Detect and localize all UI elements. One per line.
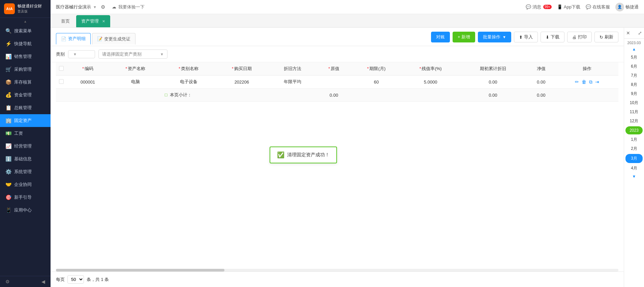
th-purchase-date: *购买日期: [215, 62, 268, 75]
header-online-service[interactable]: 💬 在线客服: [586, 4, 610, 10]
category-select[interactable]: ▼: [68, 50, 95, 58]
timeline-month-8[interactable]: 8月: [624, 80, 644, 89]
timeline-scroll-down[interactable]: ▼: [624, 173, 644, 180]
sidebar-item-payroll[interactable]: 💵 工资: [0, 127, 51, 140]
sidebar-item-purchase[interactable]: 🛒 采购管理: [0, 63, 51, 76]
td-purchase-date: 202206: [215, 75, 268, 89]
toast-message: 清理固定资产成功！: [287, 152, 330, 158]
scrollbar-track[interactable]: [56, 269, 618, 272]
sidebar-item-ledger[interactable]: 📋 总账管理: [0, 101, 51, 114]
timeline-month-4[interactable]: 4月: [624, 164, 644, 173]
timeline-month-10[interactable]: 10月: [624, 98, 644, 107]
right-panel-close-icon[interactable]: ✕: [626, 30, 630, 36]
batch-button[interactable]: 批量操作 ▼: [478, 32, 511, 42]
sub-tabs: 📄 资产明细 📝 变更生成凭证: [56, 33, 135, 44]
category-filter-label: 类别: [56, 51, 65, 57]
header-message[interactable]: 💬 消息 99+: [526, 4, 552, 10]
sidebar-scroll-up[interactable]: ▲: [0, 18, 51, 25]
th-net-value: 净值: [526, 62, 556, 75]
logo-text-wrap: 畅捷通好业财 普及版: [18, 4, 42, 14]
per-page-select[interactable]: 50: [67, 275, 84, 284]
username: 畅捷通: [625, 4, 639, 10]
copy-icon[interactable]: ⧉: [589, 79, 592, 85]
tab-home-label: 首页: [61, 18, 70, 24]
header-app-download[interactable]: 📱 App下载: [557, 4, 580, 10]
subtotal-row: □ 本页小计： 0.00 0.00 0.00: [56, 89, 618, 102]
message-badge: 99+: [543, 5, 552, 9]
batch-arrow-icon: ▼: [502, 35, 506, 39]
timeline-month-11[interactable]: 11月: [624, 107, 644, 117]
tab-asset-mgmt[interactable]: 资产管理 ✕: [76, 15, 110, 27]
filter-bar: 类别 ▼ ▼: [51, 46, 624, 62]
sub-tab-asset-detail[interactable]: 📄 资产明细: [56, 33, 91, 44]
reconcile-button[interactable]: 对账: [431, 32, 450, 42]
import-label: 导入: [524, 34, 533, 40]
timeline-month-5[interactable]: 5月: [624, 53, 644, 62]
download-button[interactable]: ⬇ 下载: [541, 32, 564, 42]
header-company[interactable]: 医疗器械行业演示 ▼: [56, 4, 97, 10]
funds-icon: 💰: [5, 92, 11, 98]
sidebar-item-sales[interactable]: 📊 销售管理: [0, 50, 51, 63]
th-original-value: *原值: [316, 62, 351, 75]
category-input-wrap[interactable]: ▼: [98, 50, 167, 59]
header-settings-icon[interactable]: ⚙: [101, 4, 105, 10]
td-net-value: 0.00: [526, 75, 556, 89]
timeline-month-9[interactable]: 9月: [624, 89, 644, 98]
sidebar-item-guide[interactable]: 🎯 新手引导: [0, 191, 51, 204]
timeline-month-7[interactable]: 7月: [624, 71, 644, 80]
timeline-scroll-up[interactable]: ▲: [624, 45, 644, 53]
th-depreciation-method: 折旧方法: [268, 62, 316, 75]
settings-bottom-icon[interactable]: ⚙: [5, 279, 10, 284]
tab-close-icon[interactable]: ✕: [102, 19, 105, 24]
header-experience[interactable]: ☁ 我要体验一下: [112, 4, 145, 10]
sidebar-item-funds[interactable]: 💰 资金管理: [0, 89, 51, 101]
sidebar-item-quick-nav[interactable]: ⚡ 快捷导航: [0, 37, 51, 50]
sidebar-item-label: 搜索菜单: [14, 28, 32, 34]
td-operations: ✏ 🗑 ⧉ ⇥: [556, 75, 618, 89]
refresh-button[interactable]: ↻ 刷新: [594, 32, 618, 42]
print-button[interactable]: 🖨 打印: [567, 32, 592, 42]
timeline-month-2[interactable]: 2月: [624, 144, 644, 153]
per-page-label: 每页: [56, 277, 65, 283]
company-dropdown-icon: ▼: [93, 5, 97, 9]
more-icon[interactable]: ⇥: [595, 79, 599, 85]
edit-icon[interactable]: ✏: [575, 79, 579, 85]
tab-home[interactable]: 首页: [56, 15, 75, 27]
collapse-icon[interactable]: ◀: [41, 279, 45, 284]
subtotal-net-value: 0.00: [526, 89, 556, 102]
subtotal-initial-accumulated: 0.00: [460, 89, 526, 102]
select-all-checkbox[interactable]: [59, 66, 64, 71]
sidebar-item-label: 资金管理: [14, 92, 32, 98]
basic-info-icon: ℹ️: [5, 156, 11, 162]
th-term: *期限(月): [351, 62, 401, 75]
sidebar-item-search[interactable]: 🔍 搜索菜单: [0, 25, 51, 37]
timeline-month-1[interactable]: 1月: [624, 135, 644, 144]
header-user[interactable]: 👤 畅捷通: [615, 3, 639, 11]
sidebar-item-fixed-assets[interactable]: 🏢 固定资产: [0, 114, 51, 127]
batch-label: 批量操作: [483, 34, 500, 40]
timeline-year-2023[interactable]: 2023: [625, 126, 643, 134]
sidebar-item-enterprise[interactable]: 🤝 企业协同: [0, 178, 51, 191]
sidebar-item-operations[interactable]: 📈 经营管理: [0, 140, 51, 153]
tab-bar: 首页 资产管理 ✕: [51, 14, 644, 28]
new-button[interactable]: + 新增: [453, 32, 475, 42]
category-input[interactable]: [102, 52, 159, 57]
subtotal-label: □ 本页小计：: [162, 89, 269, 102]
delete-icon[interactable]: 🗑: [582, 79, 586, 85]
sidebar-item-basic-info[interactable]: ℹ️ 基础信息: [0, 153, 51, 165]
company-name: 医疗器械行业演示: [56, 4, 91, 10]
right-panel-expand-icon[interactable]: ⤢: [638, 30, 642, 36]
total-label: 条，共 1 条: [87, 277, 109, 283]
timeline-month-12[interactable]: 12月: [624, 117, 644, 126]
row-checkbox[interactable]: [59, 79, 64, 84]
sub-tab-change-voucher[interactable]: 📝 变更生成凭证: [92, 33, 135, 44]
timeline-month-6[interactable]: 6月: [624, 62, 644, 71]
timeline-month-3-active[interactable]: 3月: [625, 154, 643, 163]
refresh-label: 刷新: [605, 34, 613, 40]
sidebar-item-label: 基础信息: [14, 156, 32, 162]
sidebar-item-app-center[interactable]: 📱 应用中心: [0, 204, 51, 217]
sidebar-item-inventory[interactable]: 📦 库存核算: [0, 76, 51, 89]
sidebar-item-system[interactable]: ⚙️ 系统管理: [0, 165, 51, 178]
scrollbar-thumb[interactable]: [56, 269, 224, 272]
import-button[interactable]: ⬆ 导入: [514, 32, 538, 42]
